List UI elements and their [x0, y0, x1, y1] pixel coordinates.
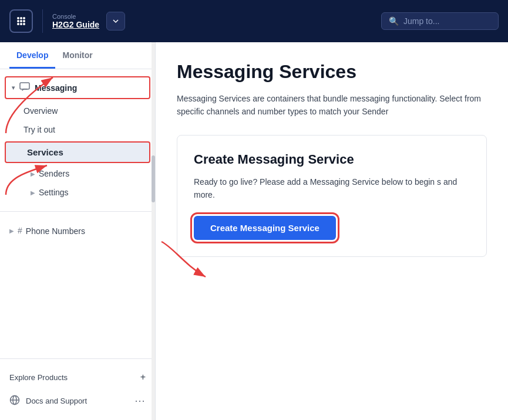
phone-icon: #	[18, 226, 22, 235]
nav-item-services[interactable]: Services	[5, 141, 150, 163]
nav-item-overview[interactable]: Overview	[0, 101, 155, 120]
messaging-chat-icon	[19, 82, 30, 93]
svg-point-2	[23, 17, 25, 19]
docs-label: Docs and Support	[26, 397, 87, 405]
main-layout: Develop Monitor ▾ Messaging Overview	[0, 42, 508, 420]
svg-point-4	[20, 20, 22, 22]
svg-point-1	[20, 17, 22, 19]
docs-more-icon[interactable]: ⋯	[134, 394, 146, 407]
services-label: Services	[27, 147, 63, 157]
search-box[interactable]: 🔍 Jump to...	[381, 12, 499, 30]
project-dropdown[interactable]	[106, 12, 125, 31]
card-title: Create Messaging Service	[194, 152, 470, 167]
scrollbar-track[interactable]	[152, 42, 155, 420]
tab-monitor[interactable]: Monitor	[55, 42, 99, 69]
sidebar: Develop Monitor ▾ Messaging Overview	[0, 42, 156, 420]
top-navigation: Console H2G2 Guide 🔍 Jump to...	[0, 0, 508, 42]
svg-point-8	[23, 23, 25, 25]
scrollbar-thumb[interactable]	[152, 155, 155, 202]
phone-chevron: ▶	[9, 228, 14, 234]
search-area: 🔍 Jump to...	[372, 0, 508, 42]
svg-point-6	[17, 23, 19, 25]
settings-chevron: ▶	[31, 189, 35, 196]
nav-section-messaging: ▾ Messaging Overview Try it out Services	[0, 69, 155, 206]
sidebar-tabs: Develop Monitor	[0, 42, 155, 69]
svg-point-7	[20, 23, 22, 25]
project-name[interactable]: H2G2 Guide	[52, 20, 99, 29]
nav-item-phone-numbers[interactable]: ▶ # Phone Numbers	[0, 221, 155, 242]
search-icon: 🔍	[389, 16, 399, 26]
console-label: Console	[52, 13, 99, 20]
phone-numbers-label: Phone Numbers	[26, 226, 85, 238]
nav-item-senders[interactable]: ▶ Senders	[0, 164, 155, 183]
page-title: Messaging Services	[177, 61, 487, 83]
app-logo[interactable]	[9, 9, 33, 33]
senders-chevron: ▶	[31, 171, 35, 177]
explore-plus-icon: +	[140, 372, 146, 382]
project-info: Console H2G2 Guide	[52, 13, 99, 29]
content-area: Messaging Services Messaging Services ar…	[156, 42, 508, 420]
tryitout-label: Try it out	[23, 125, 55, 134]
sidebar-explore-products[interactable]: Explore Products +	[0, 366, 155, 388]
settings-label: Settings	[39, 188, 69, 197]
docs-globe-icon	[9, 395, 20, 407]
sidebar-footer: Explore Products + Docs and Support ⋯	[0, 358, 155, 420]
overview-label: Overview	[23, 106, 58, 116]
messaging-chevron: ▾	[12, 84, 15, 91]
svg-point-0	[17, 17, 19, 19]
svg-point-3	[17, 20, 19, 22]
tab-develop[interactable]: Develop	[9, 42, 55, 69]
nav-item-settings[interactable]: ▶ Settings	[0, 183, 155, 202]
card-description: Ready to go live? Please add a Messaging…	[194, 175, 470, 202]
nav-item-messaging[interactable]: ▾ Messaging	[5, 76, 150, 99]
explore-label: Explore Products	[9, 373, 68, 382]
sidebar-docs-support[interactable]: Docs and Support ⋯	[0, 388, 155, 413]
sidebar-divider	[0, 211, 155, 212]
nav-item-tryitout[interactable]: Try it out	[0, 120, 155, 139]
svg-rect-9	[20, 83, 29, 89]
nav-section-phone: ▶ # Phone Numbers	[0, 216, 155, 247]
messaging-label: Messaging	[35, 83, 77, 93]
create-service-card: Create Messaging Service Ready to go liv…	[177, 135, 487, 257]
svg-point-5	[23, 20, 25, 22]
create-messaging-service-button[interactable]: Create Messaging Service	[194, 216, 336, 240]
content-description: Messaging Services are containers that b…	[177, 92, 487, 118]
search-placeholder: Jump to...	[403, 16, 439, 26]
nav-divider	[42, 9, 43, 33]
senders-label: Senders	[39, 169, 69, 178]
